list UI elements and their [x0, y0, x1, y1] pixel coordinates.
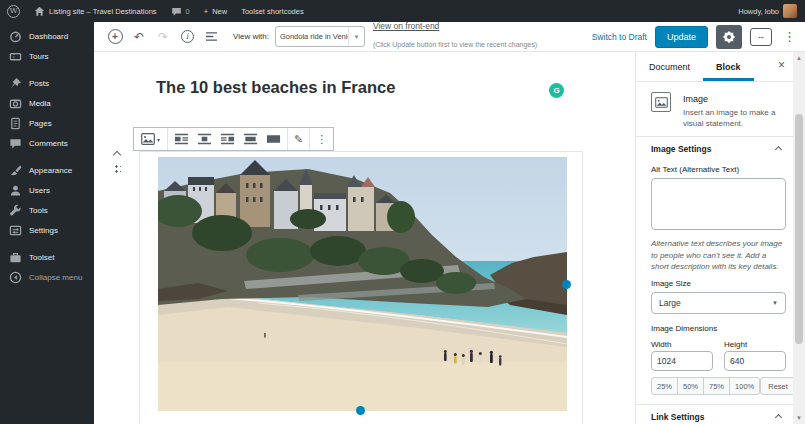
scroll-down-arrow[interactable]: ▼ — [793, 412, 805, 424]
align-center-icon — [197, 133, 212, 145]
block-navigation-button[interactable] — [199, 25, 223, 49]
comments-bubble[interactable]: 0 — [164, 0, 197, 22]
sidebar-item-pages[interactable]: Pages — [0, 113, 94, 133]
block-more-options-button[interactable]: ⋮ — [312, 128, 331, 150]
editor-canvas: The 10 best beaches in France G ▾ — [94, 52, 635, 424]
sidebar-item-media[interactable]: Media — [0, 93, 94, 113]
sidebar-item-users[interactable]: Users — [0, 180, 94, 200]
block-card-title: Image — [683, 94, 708, 104]
chevron-up-icon — [775, 145, 782, 152]
sidebar-item-tours[interactable]: Tours — [0, 46, 94, 66]
image-block-toolbar: ▾ ✎ ⋮ — [133, 127, 334, 151]
height-input[interactable] — [724, 351, 786, 371]
sidebar-item-dashboard[interactable]: Dashboard — [0, 26, 94, 46]
select-caret-icon: ▼ — [772, 300, 778, 306]
tab-block[interactable]: Block — [703, 52, 754, 81]
switch-to-draft-link[interactable]: Switch to Draft — [592, 32, 647, 42]
scale-25-button[interactable]: 25% — [651, 377, 678, 395]
link-settings-title: Link Settings — [651, 412, 704, 422]
scale-50-button[interactable]: 50% — [677, 377, 704, 395]
align-center-button[interactable] — [193, 128, 216, 150]
pages-icon — [9, 117, 22, 130]
scrollbar-thumb[interactable] — [795, 114, 803, 344]
align-right-button[interactable] — [216, 128, 239, 150]
reset-button[interactable]: Reset — [760, 377, 793, 395]
move-up-button[interactable] — [113, 151, 121, 159]
editor-header: + ↶ ↷ i View with: Gondola ride in Venic… — [94, 22, 805, 52]
sidebar-item-appearance[interactable]: Appearance — [0, 160, 94, 180]
settings-gear-button[interactable] — [716, 25, 742, 49]
caret-down-icon: ▾ — [157, 136, 160, 143]
view-with-select[interactable]: Gondola ride in Venic... ▼ — [275, 26, 365, 47]
plus-icon: + — [204, 7, 208, 16]
more-options-button[interactable]: ⋮ — [780, 29, 799, 44]
info-icon: i — [181, 30, 194, 43]
block-mover — [109, 152, 125, 175]
site-name-link[interactable]: Listing site – Travel Destinations — [27, 0, 164, 22]
resize-handle-right[interactable] — [562, 280, 571, 289]
howdy-account-menu[interactable]: Howdy, lobo — [731, 4, 797, 18]
pencil-icon: ✎ — [294, 133, 303, 146]
comments-icon — [9, 137, 22, 150]
wp-logo-menu[interactable]: W — [0, 0, 27, 22]
link-settings-header[interactable]: Link Settings — [651, 412, 781, 422]
update-button[interactable]: Update — [655, 26, 708, 48]
new-label: New — [212, 7, 227, 16]
sidebar-item-posts[interactable]: Posts — [0, 73, 94, 93]
block-inserter-button[interactable]: + — [103, 25, 127, 49]
edit-image-button[interactable]: ✎ — [290, 128, 307, 150]
panel-tabs: Document Block — [636, 52, 793, 82]
media-icon — [9, 97, 22, 110]
redo-button[interactable]: ↷ — [151, 25, 175, 49]
post-image-beach[interactable] — [158, 157, 567, 411]
howdy-label: Howdy, lobo — [738, 7, 779, 16]
grammarly-icon[interactable]: G — [549, 83, 564, 98]
align-left-button[interactable] — [170, 128, 193, 150]
image-size-select[interactable]: Large ▼ — [651, 292, 786, 314]
sidebar-item-toolset[interactable]: Toolset — [0, 247, 94, 267]
settings-icon — [9, 224, 22, 237]
sidebar-item-collapse-menu[interactable]: Collapse menu — [0, 267, 94, 287]
full-width-button[interactable] — [262, 128, 285, 150]
plus-circle-icon: + — [108, 29, 123, 44]
toolset-shortcodes-menu[interactable]: Toolset shortcodes — [234, 0, 311, 22]
tours-icon — [9, 50, 22, 63]
image-dimensions-label: Image Dimensions — [651, 324, 717, 333]
admin-sidebar: Dashboard Tours Posts Media Pages Commen… — [0, 22, 94, 424]
width-input[interactable] — [651, 351, 713, 371]
wide-width-icon — [243, 133, 258, 145]
wide-width-button[interactable] — [239, 128, 262, 150]
height-label: Height — [724, 340, 747, 349]
users-icon — [9, 184, 22, 197]
scale-100-button[interactable]: 100% — [729, 377, 760, 395]
front-end-note: (Click Update button first to view the r… — [373, 41, 537, 48]
chevron-down-icon: ▼ — [348, 27, 364, 46]
resize-handle-bottom[interactable] — [356, 406, 365, 415]
view-with-value: Gondola ride in Venic... — [276, 32, 348, 41]
change-block-type-button[interactable]: ▾ — [136, 133, 165, 145]
content-structure-button[interactable]: i — [175, 25, 199, 49]
image-icon — [141, 133, 155, 145]
new-content-menu[interactable]: + New — [197, 0, 234, 22]
alt-text-help: Alternative text describes your image to… — [651, 238, 786, 273]
toolset-toggle-button[interactable]: ↔ — [750, 28, 772, 46]
drag-handle[interactable] — [114, 164, 121, 175]
close-panel-button[interactable]: × — [778, 59, 785, 71]
undo-button[interactable]: ↶ — [127, 25, 151, 49]
image-settings-header[interactable]: Image Settings — [651, 144, 781, 154]
toolset-shortcodes-label: Toolset shortcodes — [241, 7, 304, 16]
sidebar-item-settings[interactable]: Settings — [0, 220, 94, 240]
image-size-value: Large — [659, 298, 681, 308]
sidebar-item-tools[interactable]: Tools — [0, 200, 94, 220]
appearance-brush-icon — [9, 164, 22, 177]
sidebar-item-comments[interactable]: Comments — [0, 133, 94, 153]
divider — [636, 404, 793, 405]
scale-75-button[interactable]: 75% — [703, 377, 730, 395]
width-label: Width — [651, 340, 671, 349]
scroll-up-arrow[interactable]: ▲ — [793, 52, 805, 64]
view-front-end-link[interactable]: View on front-end — [373, 21, 537, 32]
post-title[interactable]: The 10 best beaches in France — [156, 78, 395, 97]
alt-text-input[interactable] — [651, 178, 786, 230]
comment-icon — [171, 6, 182, 17]
tab-document[interactable]: Document — [636, 52, 703, 81]
